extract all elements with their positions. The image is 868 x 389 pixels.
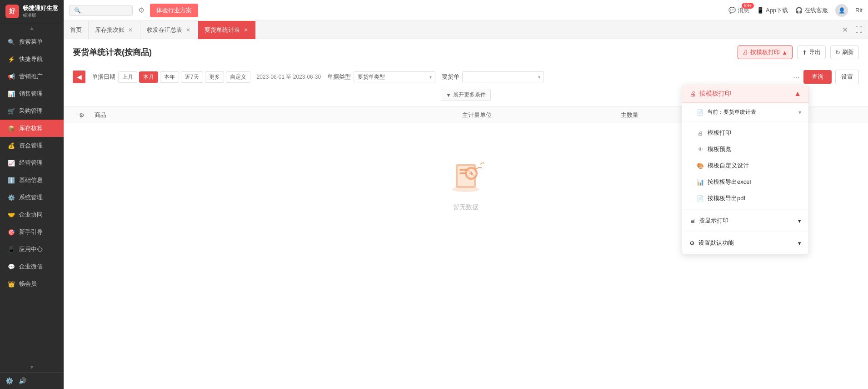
template-pdf-icon: 📄: [697, 195, 704, 202]
template-custom-icon: 🎨: [697, 162, 704, 169]
sidebar-scroll-down[interactable]: ▼: [29, 364, 35, 370]
display-print-expand-icon[interactable]: ▾: [798, 217, 801, 224]
dropdown-collapse-icon[interactable]: ▲: [794, 90, 801, 98]
dropdown-item-template-custom[interactable]: 🎨 模板自定义设计: [682, 157, 808, 174]
topbar-gear-icon[interactable]: ⚙: [136, 4, 146, 16]
sidebar-item-purchase[interactable]: 🛒 采购管理: [0, 102, 64, 120]
refresh-btn[interactable]: ↻ 刷新: [830, 45, 859, 59]
tab-collection-label: 收发存汇总表: [147, 26, 182, 34]
dropdown-items-section: 🖨 模板打印 👁 模板预览 🎨 模板自定义设计 📊 按模板导出excel 📄: [682, 122, 808, 210]
sidebar-item-marketing[interactable]: 📢 营销推广: [0, 68, 64, 85]
tab-order-close-icon[interactable]: ✕: [243, 26, 249, 34]
date-btn-more[interactable]: 更多: [205, 71, 224, 83]
type-filter-label: 单据类型: [327, 73, 351, 81]
template-excel-icon: 📊: [697, 178, 704, 186]
order-select[interactable]: [462, 71, 544, 82]
export-icon: ⬆: [802, 49, 807, 56]
sidebar-item-basic[interactable]: ℹ️ 基础信息: [0, 172, 64, 189]
speaker-icon[interactable]: 🔊: [19, 377, 26, 384]
tab-home[interactable]: 首页: [64, 21, 89, 39]
sidebar-item-wechat[interactable]: 💬 企业微信: [0, 258, 64, 275]
app-download-btn[interactable]: 📱 App下载: [757, 6, 788, 15]
sidebar-item-app-center[interactable]: 📱 应用中心: [0, 241, 64, 258]
finance-icon: 💰: [7, 141, 15, 150]
type-select-wrapper: 要货单类型: [354, 71, 435, 82]
app-tag: 标准版: [23, 12, 58, 18]
tab-window-expand-icon[interactable]: ⛶: [853, 24, 864, 36]
username-text: Rit: [855, 7, 863, 14]
template-excel-label: 按模板导出excel: [708, 178, 751, 186]
tabbar: 首页 库存批次账 ✕ 收发存汇总表 ✕ 要货单统计表 ✕ ✕ ⛶: [64, 21, 868, 39]
sidebar-item-collab[interactable]: 🤝 企业协同: [0, 206, 64, 223]
sidebar-item-sales[interactable]: 📊 销售管理: [0, 85, 64, 102]
sidebar-item-label: 营销推广: [19, 72, 43, 81]
settings-icon[interactable]: ⚙️: [5, 377, 13, 384]
date-btn-current-month[interactable]: 本月: [139, 71, 158, 83]
tab-collection-close-icon[interactable]: ✕: [185, 26, 191, 34]
dropdown-item-template-excel[interactable]: 📊 按模板导出excel: [682, 174, 808, 190]
sidebar-item-search[interactable]: 🔍 搜索菜单: [0, 33, 64, 51]
col-product: 商品: [91, 111, 400, 119]
print-template-btn[interactable]: 🖨 按模板打印 ▲: [738, 45, 793, 59]
col-settings-icon[interactable]: ⚙: [79, 112, 85, 119]
online-service-btn[interactable]: 🎧 在线客服: [795, 6, 828, 15]
date-btn-current-year[interactable]: 本年: [160, 71, 179, 83]
type-select[interactable]: 要货单类型: [354, 71, 435, 82]
date-btn-custom[interactable]: 自定义: [226, 71, 250, 83]
export-btn[interactable]: ⬆ 导出: [797, 45, 826, 59]
dropdown-current-item[interactable]: 📄 当前：要货单统计表 ▾: [682, 106, 808, 119]
dropdown-default-section: ⚙ 设置默认功能 ▾: [682, 232, 808, 254]
col-settings[interactable]: ⚙: [73, 112, 91, 119]
trial-btn[interactable]: 体验行业方案: [150, 4, 198, 17]
query-btn[interactable]: 查询: [803, 70, 832, 84]
message-icon: 💬: [728, 7, 736, 14]
topbar-search-box[interactable]: 🔍: [69, 5, 133, 16]
sidebar-item-label: 应用中心: [19, 245, 43, 253]
dropdown-current-section: 📄 当前：要货单统计表 ▾: [682, 103, 808, 122]
dropdown-item-template-pdf[interactable]: 📄 按模板导出pdf: [682, 190, 808, 207]
dropdown-display-header[interactable]: 🖥 按显示打印 ▾: [682, 212, 808, 229]
print-dropdown-arrow-icon[interactable]: ▲: [782, 49, 788, 56]
message-btn[interactable]: 💬 消息 99+: [728, 6, 749, 15]
sidebar-item-guide[interactable]: 🎯 新手引导: [0, 223, 64, 241]
page-header-actions: 🖨 按模板打印 ▲ ⬆ 导出 ↻ 刷新: [738, 45, 859, 59]
dropdown-item-template-preview[interactable]: 👁 模板预览: [682, 141, 808, 157]
wechat-icon: 💬: [7, 263, 15, 271]
dropdown-current-icon: 📄: [697, 109, 703, 116]
sidebar-item-system[interactable]: ⚙️ 系统管理: [0, 189, 64, 206]
tab-order-stats[interactable]: 要货单统计表 ✕: [198, 21, 256, 39]
sidebar-item-quick-nav[interactable]: ⚡ 快捷导航: [0, 51, 64, 68]
expand-btn-label: 展开更多条件: [453, 91, 486, 99]
date-btn-7days[interactable]: 近7天: [181, 71, 203, 83]
tab-window-close-icon[interactable]: ✕: [840, 24, 850, 36]
dropdown-header[interactable]: 🖨 按模板打印 ▲: [682, 85, 808, 103]
sidebar-item-inventory[interactable]: 📦 库存核算: [0, 120, 64, 137]
sidebar-item-member[interactable]: 👑 畅会员: [0, 275, 64, 293]
tab-order-label: 要货单统计表: [205, 26, 240, 34]
tab-batch-account[interactable]: 库存批次账 ✕: [89, 21, 140, 39]
settings-filter-btn[interactable]: 设置: [835, 70, 859, 84]
filter-more-icon[interactable]: ···: [793, 72, 800, 82]
default-func-expand-icon[interactable]: ▾: [798, 240, 801, 247]
template-preview-label: 模板预览: [708, 145, 731, 153]
filter-extra-item: 要货单: [442, 71, 544, 82]
dropdown-default-header[interactable]: ⚙ 设置默认功能 ▾: [682, 235, 808, 251]
dropdown-item-template-print[interactable]: 🖨 模板打印: [682, 125, 808, 141]
expand-more-btn[interactable]: ▼ 展开更多条件: [441, 89, 491, 101]
purchase-icon: 🛒: [7, 107, 15, 115]
tab-collection-summary[interactable]: 收发存汇总表 ✕: [140, 21, 198, 39]
inventory-icon: 📦: [7, 124, 15, 132]
date-btn-prev-month[interactable]: 上月: [118, 71, 137, 83]
user-avatar-btn[interactable]: 👤: [835, 4, 848, 17]
sidebar-item-operation[interactable]: 📈 经营管理: [0, 154, 64, 172]
filter-toggle-btn[interactable]: ◀: [73, 71, 85, 83]
tab-batch-close-icon[interactable]: ✕: [127, 26, 134, 34]
sidebar-item-finance[interactable]: 💰 资金管理: [0, 137, 64, 154]
service-icon: 🎧: [795, 7, 803, 14]
sidebar-scroll-up[interactable]: ▲: [29, 25, 35, 31]
topbar-right: 💬 消息 99+ 📱 App下载 🎧 在线客服 👤 Rit: [728, 4, 863, 17]
sidebar-item-label: 基础信息: [19, 176, 43, 184]
sidebar-nav: 🔍 搜索菜单 ⚡ 快捷导航 📢 营销推广 📊 销售管理 🛒 采购管理 📦 库存核…: [0, 33, 64, 362]
dropdown-current-expand-icon[interactable]: ▾: [798, 109, 801, 116]
sidebar-item-label: 畅会员: [19, 280, 37, 288]
